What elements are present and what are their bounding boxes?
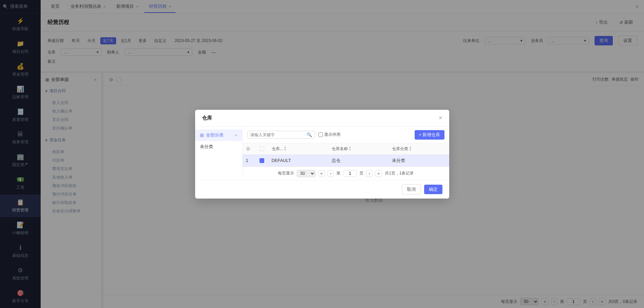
modal-search-input[interactable] bbox=[250, 132, 305, 137]
modal-search-wrap: 🔍 bbox=[247, 131, 315, 139]
modal-title: 仓库 bbox=[202, 115, 212, 121]
table-header-row: ⚙ 仓库... ▲▼ bbox=[243, 143, 449, 155]
grid-icon-modal: ⊞ bbox=[200, 132, 204, 138]
modal-table: ⚙ 仓库... ▲▼ bbox=[243, 143, 449, 167]
show-disabled-label: 显示停用 bbox=[324, 132, 340, 138]
warehouse-modal: 仓库 × ⊞ 全部分类 « 未分类 bbox=[195, 110, 449, 199]
add-warehouse-button[interactable]: + 新增仓库 bbox=[415, 130, 444, 140]
sort-arrows-code: ▲▼ bbox=[284, 146, 287, 151]
col-sort-name: 仓库名称 ▲▼ bbox=[332, 146, 385, 152]
col-sort-category: 仓库分类 ▲▼ bbox=[392, 146, 445, 152]
modal-table-body: 1 DEFAULT 总仓 未分类 bbox=[243, 155, 449, 166]
th-code: 仓库... ▲▼ bbox=[268, 143, 328, 155]
sort-arrows-category: ▲▼ bbox=[409, 146, 412, 151]
modal-pagination: 每页显示 50 100 « ‹ 第 页 › » 共1页，1条记录 bbox=[243, 167, 449, 180]
modal-total-info: 共1页，1条记录 bbox=[385, 170, 414, 176]
th-category-label: 仓库分类 bbox=[392, 146, 408, 152]
warehouse-table: ⚙ 仓库... ▲▼ bbox=[243, 143, 449, 167]
modal-overlay: 仓库 × ⊞ 全部分类 « 未分类 bbox=[0, 0, 644, 308]
modal-prev-btn[interactable]: ‹ bbox=[328, 170, 334, 177]
cancel-button[interactable]: 取消 bbox=[402, 184, 421, 194]
col-sort-code: 仓库... ▲▼ bbox=[272, 146, 325, 152]
td-category: 未分类 bbox=[389, 155, 449, 166]
td-index: 1 bbox=[243, 155, 256, 166]
show-disabled-wrap: 显示停用 bbox=[318, 132, 340, 138]
th-name: 仓库名称 ▲▼ bbox=[328, 143, 389, 155]
sort-arrows-name: ▲▼ bbox=[349, 146, 351, 151]
modal-sidebar: ⊞ 全部分类 « 未分类 bbox=[195, 127, 243, 180]
modal-last-btn[interactable]: » bbox=[375, 170, 382, 177]
table-row[interactable]: 1 DEFAULT 总仓 未分类 bbox=[243, 155, 449, 166]
modal-main: 🔍 显示停用 + 新增仓库 ⚙ bbox=[243, 127, 449, 180]
th-code-label: 仓库... bbox=[272, 146, 283, 152]
th-gear: ⚙ bbox=[243, 143, 256, 155]
td-name: 总仓 bbox=[328, 155, 389, 166]
modal-page-label: 页 bbox=[359, 170, 363, 176]
modal-page-pre: 第 bbox=[336, 170, 340, 176]
modal-category-label: 全部分类 bbox=[206, 132, 224, 138]
modal-search-icon: 🔍 bbox=[307, 132, 312, 137]
modal-per-page-label: 每页显示 bbox=[278, 170, 294, 176]
modal-next-btn[interactable]: › bbox=[366, 170, 372, 177]
modal-page-input[interactable] bbox=[343, 170, 357, 177]
td-code: DEFAULT bbox=[268, 155, 328, 166]
modal-collapse-icon[interactable]: « bbox=[235, 133, 237, 138]
modal-all-category[interactable]: ⊞ 全部分类 « bbox=[195, 129, 242, 141]
th-gear-icon[interactable]: ⚙ bbox=[246, 146, 250, 151]
th-category: 仓库分类 ▲▼ bbox=[389, 143, 449, 155]
modal-uncategorized[interactable]: 未分类 bbox=[195, 141, 242, 152]
th-name-label: 仓库名称 bbox=[332, 146, 348, 152]
modal-per-page-select[interactable]: 50 100 bbox=[297, 170, 315, 177]
th-select-all[interactable] bbox=[259, 146, 264, 151]
modal-header: 仓库 × bbox=[195, 110, 449, 127]
confirm-button[interactable]: 确定 bbox=[424, 185, 442, 194]
modal-footer: 取消 确定 bbox=[195, 180, 449, 199]
modal-toolbar: 🔍 显示停用 + 新增仓库 bbox=[243, 127, 449, 143]
th-checkbox bbox=[256, 143, 268, 155]
modal-uncategorized-label: 未分类 bbox=[200, 144, 213, 150]
row-checkbox[interactable] bbox=[259, 158, 264, 163]
td-checkbox bbox=[256, 155, 268, 166]
show-disabled-checkbox[interactable] bbox=[318, 132, 323, 137]
modal-close-button[interactable]: × bbox=[439, 115, 442, 122]
modal-first-btn[interactable]: « bbox=[318, 170, 325, 177]
modal-body: ⊞ 全部分类 « 未分类 🔍 显示停用 bbox=[195, 127, 449, 180]
